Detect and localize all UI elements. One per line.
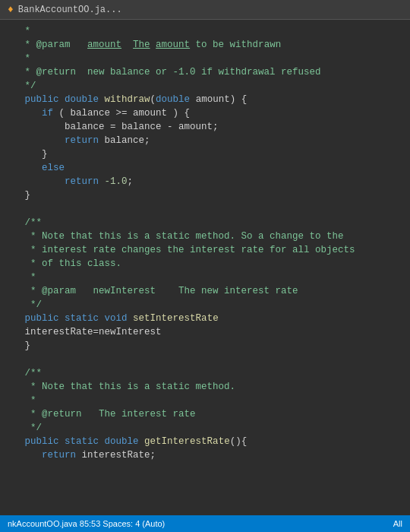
code-token: * Note that this is a static method. [8,380,235,394]
code-token: /** [8,366,42,380]
code-line: * [0,52,410,65]
code-line: * @return new balance or -1.0 if withdra… [0,65,410,79]
code-token [99,435,105,448]
code-token: else [42,161,65,175]
app: ♦ BankAccountOO.ja... * * @param amount … [0,0,410,532]
code-line: public double withdraw(double amount) { [0,93,410,106]
code-line: balance = balance - amount; [0,120,410,134]
code-token: static [65,312,99,325]
code-token: * Note that this is a static method. So … [8,230,344,243]
code-token [99,312,105,325]
code-token [8,93,25,106]
code-token: ( [150,93,156,106]
code-line: if ( balance >= amount ) { [0,106,410,120]
code-line: } [0,147,410,161]
code-token: * [8,52,30,65]
code-token: public [25,435,59,448]
title-bar: ♦ BankAccountOO.ja... [0,0,410,20]
code-token: public [25,312,59,325]
code-line: return interestRate; [0,448,410,462]
code-token: new balance or -1.0 if withdrawal refuse… [76,65,321,79]
code-token: double [156,93,190,106]
code-token [139,435,145,448]
code-token [8,312,25,325]
code-token: } [8,339,30,353]
code-token: * @param [8,284,76,298]
code-token [71,38,88,52]
code-token: The interest rate [82,407,196,421]
code-token [8,435,25,448]
code-token: * interest rate changes the interest rat… [8,243,355,257]
code-token: The [133,38,150,52]
code-token [8,448,42,462]
code-token [8,161,42,175]
code-line: */ [0,298,410,312]
code-token: -1.0 [105,175,128,188]
code-token [121,38,133,52]
code-token: balance; [99,134,150,147]
code-token [99,93,105,106]
code-token: return [65,175,99,188]
status-position: nkAccountOO.java 85:53 Spaces: 4 (Auto) [8,519,165,528]
code-line: * interest rate changes the interest rat… [0,243,410,257]
code-token [76,284,93,298]
code-token: The new interest rate [156,284,298,298]
code-token: */ [8,421,42,435]
code-token [150,38,156,52]
code-token: to be withdrawn [190,38,281,52]
code-token: (){ [230,435,248,448]
code-token: * [8,394,36,407]
code-token: * @return [8,407,82,421]
code-line: * [0,24,410,38]
code-token [8,175,65,188]
code-token: ( balance >= amount ) { [53,106,190,120]
code-line: } [0,339,410,353]
code-token: amount [156,38,190,52]
code-token: getInterestRate [144,435,230,448]
code-token: public [25,93,59,106]
code-line: * [0,394,410,407]
code-token: * @return [8,65,76,79]
code-line: * [0,271,410,284]
code-line: interestRate=newInterest [0,325,410,339]
code-editor[interactable]: * * @param amount The amount to be withd… [0,20,410,515]
code-line: * @param newInterest The new interest ra… [0,284,410,298]
code-token: ; [128,175,134,188]
code-line: * of this class. [0,257,410,271]
code-token: interestRate; [76,448,156,462]
code-token [128,312,134,325]
code-line: * Note that this is a static method. [0,380,410,394]
code-line: * Note that this is a static method. So … [0,230,410,243]
code-line: public static double getInterestRate(){ [0,435,410,448]
code-token: return [42,448,76,462]
code-token: amount [87,38,121,52]
code-token: withdraw [105,93,150,106]
status-mode: All [393,519,402,528]
code-token: double [65,93,99,106]
code-token: static [65,435,99,448]
code-token: void [105,312,128,325]
code-token [59,312,65,325]
code-token: newInterest [93,284,156,298]
code-line: /** [0,216,410,230]
code-line: return balance; [0,134,410,147]
code-line [0,353,410,366]
code-token: interestRate=newInterest [8,325,162,339]
code-token [8,134,65,147]
code-line: else [0,161,410,175]
code-token: * [8,24,30,38]
code-line: * @return The interest rate [0,407,410,421]
code-line: } [0,188,410,202]
code-token: if [42,106,53,120]
code-line: public static void setInterestRate [0,312,410,325]
code-line: */ [0,421,410,435]
code-token: * [8,271,36,284]
code-token: * @param [8,38,71,52]
code-token: double [105,435,139,448]
code-line: * @param amount The amount to be withdra… [0,38,410,52]
code-token [99,175,105,188]
code-line: */ [0,79,410,93]
code-line [0,202,410,216]
code-token: */ [8,298,42,312]
code-line: return -1.0; [0,175,410,188]
